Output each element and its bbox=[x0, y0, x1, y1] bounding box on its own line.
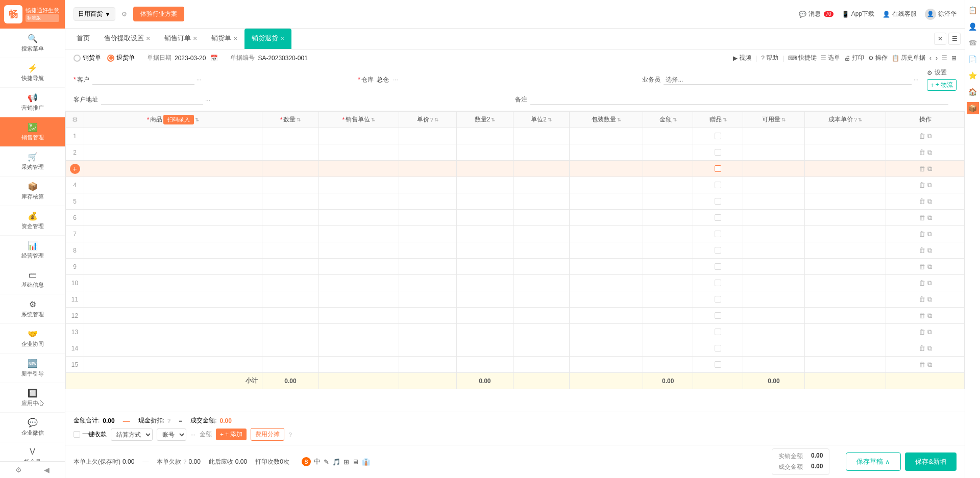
salesperson-input[interactable] bbox=[664, 75, 911, 85]
sidebar-item-guide[interactable]: 🆕 新手引导 bbox=[0, 354, 65, 383]
col-avail-sort[interactable]: ⇅ bbox=[781, 117, 786, 122]
action-operate[interactable]: ⚙ 操作 bbox=[868, 54, 888, 62]
gift-checkbox[interactable] bbox=[715, 263, 721, 270]
right-icon-user[interactable]: 👤 bbox=[967, 20, 979, 33]
tab-sales-return[interactable]: 销货退货 ✕ bbox=[244, 29, 291, 49]
right-icon-doc[interactable]: 📄 bbox=[967, 53, 979, 65]
sidebar-item-inventory[interactable]: 📦 库存核算 bbox=[0, 177, 65, 206]
calendar-icon[interactable]: 📅 bbox=[210, 55, 218, 62]
right-icon-notes[interactable]: 📋 bbox=[967, 4, 979, 16]
radio-return[interactable]: 退货单 bbox=[107, 54, 135, 62]
delete-icon[interactable]: 🗑 bbox=[919, 230, 925, 238]
gift-checkbox[interactable] bbox=[715, 280, 721, 286]
copy-icon[interactable]: ⧉ bbox=[927, 246, 932, 255]
taskbar-icon2[interactable]: ✎ bbox=[324, 458, 329, 466]
sidebar-item-member[interactable]: V 畅会员 bbox=[0, 442, 65, 461]
taskbar-icon3[interactable]: 🎵 bbox=[332, 458, 340, 466]
copy-icon[interactable]: ⧉ bbox=[927, 230, 932, 238]
delete-row-icon[interactable]: 🗑 bbox=[919, 132, 925, 140]
copy-row-icon[interactable]: ⧉ bbox=[927, 148, 932, 157]
delete-icon[interactable]: 🗑 bbox=[919, 328, 925, 336]
copy-icon[interactable]: ⧉ bbox=[927, 214, 932, 222]
settings-footer-icon[interactable]: ⚙ bbox=[15, 466, 22, 474]
radio-sales[interactable]: 销货单 bbox=[74, 54, 101, 62]
remark-input[interactable] bbox=[530, 95, 948, 105]
right-icon-star[interactable]: ⭐ bbox=[967, 69, 979, 82]
product-cell[interactable] bbox=[84, 144, 262, 161]
action-prev[interactable]: ‹ bbox=[929, 55, 932, 62]
copy-icon[interactable]: ⧉ bbox=[927, 344, 932, 353]
taskbar-icon4[interactable]: ⊞ bbox=[344, 458, 349, 466]
action-help[interactable]: ? 帮助 bbox=[761, 54, 778, 62]
add-row-button[interactable]: + bbox=[70, 164, 80, 174]
tab-sales-order[interactable]: 销售订单 ✕ bbox=[157, 29, 204, 49]
delete-icon[interactable]: 🗑 bbox=[919, 246, 925, 254]
delete-icon[interactable]: 🗑 bbox=[919, 263, 925, 270]
fee-split-help-icon[interactable]: ? bbox=[288, 432, 291, 438]
delete-icon[interactable]: 🗑 bbox=[919, 197, 925, 205]
current-overdue-help[interactable]: ? bbox=[183, 459, 186, 465]
product-cell[interactable] bbox=[84, 128, 262, 144]
sidebar-item-system[interactable]: ⚙ 系统管理 bbox=[0, 294, 65, 324]
app-download-button[interactable]: 📱 App下载 bbox=[842, 10, 874, 18]
scan-barcode-button[interactable]: 扫码录入 bbox=[163, 115, 194, 124]
action-print[interactable]: 🖨 打印 bbox=[844, 54, 864, 62]
settings-row[interactable]: ⚙ 设置 bbox=[927, 68, 957, 77]
customer-input[interactable] bbox=[92, 75, 194, 85]
copy-icon[interactable]: ⧉ bbox=[927, 181, 932, 189]
action-video[interactable]: ▶ 视频 bbox=[733, 54, 751, 62]
copy-icon[interactable]: ⧉ bbox=[927, 312, 932, 320]
user-menu[interactable]: 👤 徐泽华 bbox=[925, 9, 957, 20]
delete-icon[interactable]: 🗑 bbox=[919, 181, 925, 189]
delete-icon[interactable]: 🗑 bbox=[919, 361, 925, 368]
sidebar-item-wechat[interactable]: 💬 企业微信 bbox=[0, 413, 65, 442]
warehouse-select-icon[interactable]: ··· bbox=[393, 76, 398, 83]
taskbar-icon6[interactable]: 👔 bbox=[362, 458, 370, 466]
col-qty2-sort[interactable]: ⇅ bbox=[491, 117, 495, 122]
right-icon-phone[interactable]: ☎ bbox=[967, 37, 979, 49]
sidebar-item-purchase[interactable]: 🛒 采购管理 bbox=[0, 147, 65, 177]
delete-row-icon[interactable]: 🗑 bbox=[919, 148, 925, 156]
delete-icon[interactable]: 🗑 bbox=[919, 312, 925, 319]
product-cell-active[interactable] bbox=[84, 161, 262, 177]
gift-checkbox[interactable] bbox=[715, 296, 721, 303]
add-fee-button[interactable]: + + 添加 bbox=[216, 429, 247, 440]
sidebar-item-sales[interactable]: 💹 销售管理 bbox=[0, 117, 65, 147]
taskbar-icon1[interactable]: 中 bbox=[314, 457, 321, 466]
payment-account-select[interactable]: 账号 bbox=[157, 429, 186, 441]
copy-icon[interactable]: ⧉ bbox=[927, 328, 932, 336]
gift-checkbox[interactable] bbox=[715, 182, 721, 188]
gift-checkbox[interactable] bbox=[715, 149, 721, 156]
col-qty-sort[interactable]: ⇅ bbox=[297, 117, 301, 122]
gift-checkbox[interactable] bbox=[715, 214, 721, 221]
col-amount-sort[interactable]: ⇅ bbox=[673, 117, 677, 122]
save-draft-button[interactable]: 保存草稿 ∧ bbox=[846, 452, 901, 471]
product-input-active[interactable] bbox=[84, 163, 262, 174]
gift-checkbox[interactable] bbox=[715, 329, 721, 335]
copy-icon[interactable]: ⧉ bbox=[927, 295, 932, 304]
trial-button[interactable]: 体验行业方案 bbox=[133, 7, 184, 21]
sidebar-item-basic[interactable]: 🗃 基础信息 bbox=[0, 265, 65, 294]
action-next[interactable]: › bbox=[936, 55, 938, 62]
fee-split-button[interactable]: 费用分摊 bbox=[251, 428, 284, 441]
breadcrumb-select[interactable]: 日用百货 ▼ bbox=[74, 7, 115, 21]
collapse-icon[interactable]: ◀ bbox=[44, 466, 50, 474]
tab-close-all-button[interactable]: ✕ bbox=[934, 33, 946, 45]
col-gift-sort[interactable]: ⇅ bbox=[723, 117, 727, 122]
sidebar-item-cooperation[interactable]: 🤝 企业协同 bbox=[0, 324, 65, 354]
add-logistics-button[interactable]: + + 物流 bbox=[927, 79, 957, 91]
copy-icon[interactable]: ⧉ bbox=[927, 197, 932, 206]
col-costprice-sort[interactable]: ⇅ bbox=[858, 117, 862, 122]
sidebar-item-shortcut[interactable]: ⚡ 快捷导航 bbox=[0, 58, 65, 88]
save-new-button[interactable]: 保存&新增 bbox=[905, 452, 957, 471]
tab-price-close-icon[interactable]: ✕ bbox=[146, 36, 150, 41]
delete-icon[interactable]: 🗑 bbox=[919, 214, 925, 221]
customer-select-icon[interactable]: ··· bbox=[197, 76, 202, 83]
salesperson-select-icon[interactable]: ··· bbox=[914, 76, 919, 83]
action-shortcut[interactable]: ⌨ 快捷键 bbox=[788, 54, 817, 62]
unit-price-help-icon[interactable]: ? bbox=[430, 117, 433, 123]
settings-gear-icon[interactable]: ⚙ bbox=[121, 11, 127, 18]
gift-checkbox-active[interactable] bbox=[715, 165, 721, 172]
col-gear-icon[interactable]: ⚙ bbox=[72, 116, 78, 123]
tab-price-setting[interactable]: 售价提取设置 ✕ bbox=[97, 29, 157, 49]
